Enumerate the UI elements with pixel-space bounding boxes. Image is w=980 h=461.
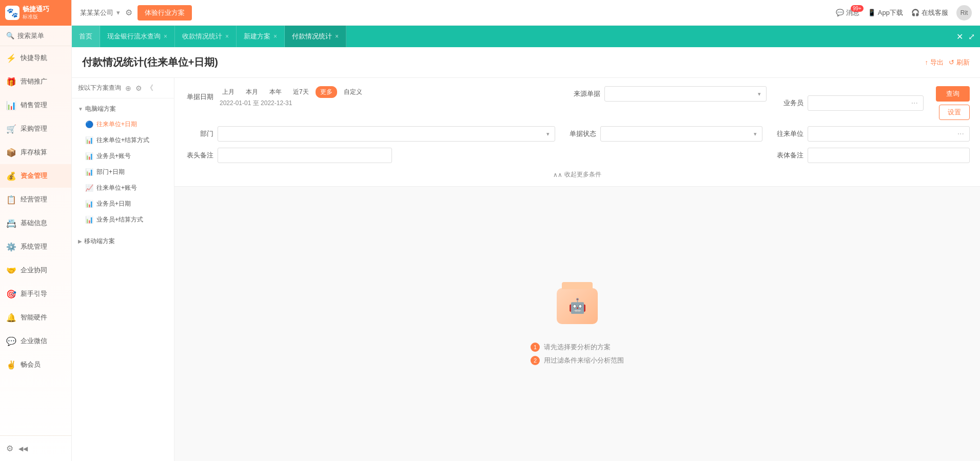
scheme-item-staff-settle[interactable]: 📊 业务员+结算方式	[72, 212, 174, 228]
scheme-collapse-icon[interactable]: 《	[146, 84, 153, 93]
search-label: 搜索菜单	[17, 31, 44, 41]
empty-box: 🤖	[557, 288, 598, 324]
tab-receipt-close-icon[interactable]: ×	[225, 33, 229, 40]
scheme-item-unit-settle[interactable]: 📊 往来单位+结算方式	[72, 132, 174, 148]
sidebar-item-label: 营销推广	[21, 77, 47, 86]
sidebar-item-label: 企业微信	[21, 336, 47, 346]
scheme-item-staff-account[interactable]: 📊 业务员+账号	[72, 148, 174, 164]
scheme-item-unit-date[interactable]: 🔵 往来单位+日期	[72, 116, 174, 132]
tabs-bar: 首页 现金银行流水查询 × 收款情况统计 × 新建方案 × 付款情况统计 × ✕…	[72, 26, 980, 47]
sidebar-item-marketing[interactable]: 🎁 营销推广	[0, 70, 71, 93]
tab-bank-close-icon[interactable]: ×	[164, 33, 167, 40]
sidebar-item-label: 资金管理	[21, 171, 47, 181]
sidebar-item-funds[interactable]: 💰 资金管理	[0, 164, 71, 188]
scheme-settings-icon[interactable]: ⚙	[135, 84, 142, 92]
scheme-item-label: 业务员+日期	[96, 199, 131, 208]
date-btn-this-month[interactable]: 本月	[241, 86, 263, 98]
scheme-item-unit-account[interactable]: 📈 往来单位+账号	[72, 180, 174, 196]
tab-receipt-label: 收款情况统计	[182, 32, 222, 41]
sidebar-item-hardware[interactable]: 🔔 智能硬件	[0, 306, 71, 329]
export-button[interactable]: ↑ 导出	[925, 58, 944, 67]
sidebar-item-wechat[interactable]: 💬 企业微信	[0, 329, 71, 353]
online-service-item[interactable]: 🎧 在线客服	[911, 8, 948, 17]
content-area: 按以下方案查询 ⊕ ⚙ 《 ▼ 电脑端方案 🔵 往来单位+日期 📊 往来单位+结…	[72, 78, 980, 461]
tab-new-close-icon[interactable]: ×	[273, 33, 277, 40]
expand-arrow-icon: ▶	[78, 238, 82, 244]
unit-dots-icon: ···	[957, 129, 964, 138]
sidebar-collapse-icon[interactable]: ◀◀	[18, 445, 28, 452]
tab-payment-close-icon[interactable]: ×	[335, 33, 339, 40]
staff-dots-icon: ···	[911, 98, 918, 108]
sidebar-logo: 🐾 畅捷通巧 标准版	[0, 0, 71, 26]
sidebar-item-operation[interactable]: 📋 经营管理	[0, 188, 71, 211]
status-select-arrow-icon: ▾	[754, 131, 757, 137]
scheme-group-desktop-title[interactable]: ▼ 电脑端方案	[72, 102, 174, 116]
tabs-right-actions: ✕ ⤢	[951, 26, 980, 47]
scheme-item-label: 往来单位+日期	[96, 120, 137, 129]
sidebar-item-sales[interactable]: 📊 销售管理	[0, 93, 71, 117]
tab-bank-label: 现金银行流水查询	[107, 32, 161, 41]
sidebar-item-label: 新手引导	[21, 289, 47, 298]
tab-payment[interactable]: 付款情况统计 ×	[285, 26, 346, 47]
sidebar-item-basic[interactable]: 📇 基础信息	[0, 211, 71, 235]
user-avatar[interactable]: Rit	[956, 5, 972, 21]
scheme-icon: 📊	[85, 216, 93, 224]
add-scheme-icon[interactable]: ⊕	[125, 84, 131, 92]
settings-button[interactable]: 设置	[939, 105, 970, 120]
date-btn-this-year[interactable]: 本年	[265, 86, 286, 98]
sidebar-item-enterprise[interactable]: 🤝 企业协同	[0, 258, 71, 282]
tab-bank[interactable]: 现金银行流水查询 ×	[100, 26, 175, 47]
header-note-input[interactable]	[218, 148, 392, 163]
sidebar-item-inventory[interactable]: 📦 库存核算	[0, 141, 71, 164]
sidebar-search[interactable]: 🔍 搜索菜单	[0, 26, 71, 46]
date-btn-last-month[interactable]: 上月	[218, 86, 239, 98]
tab-close-all-icon[interactable]: ✕	[956, 32, 963, 42]
marketing-icon: 🎁	[6, 76, 16, 87]
dept-select[interactable]: ▾	[218, 126, 555, 142]
topbar-settings-icon[interactable]: ⚙	[125, 8, 132, 17]
download-icon: 📱	[868, 9, 876, 16]
refresh-button[interactable]: ↺ 刷新	[949, 58, 970, 67]
sidebar-item-guide[interactable]: 🎯 新手引导	[0, 282, 71, 306]
tab-receipt[interactable]: 收款情况统计 ×	[175, 26, 237, 47]
status-select[interactable]: ▾	[600, 126, 762, 142]
trial-button[interactable]: 体验行业方案	[138, 5, 192, 21]
tab-expand-icon[interactable]: ⤢	[968, 32, 975, 42]
scheme-item-label: 业务员+账号	[96, 152, 131, 161]
tab-home[interactable]: 首页	[72, 26, 100, 47]
unit-input[interactable]: ···	[808, 126, 970, 142]
hint-num-1: 1	[531, 343, 540, 352]
data-area: 🤖 1 请先选择要分析的方案 2 用过滤条件来缩小分析范围	[174, 187, 980, 461]
body-note-input[interactable]	[808, 148, 970, 163]
dept-select-arrow-icon: ▾	[546, 131, 550, 137]
message-icon: 💬	[836, 9, 844, 16]
sidebar-item-purchase[interactable]: 🛒 采购管理	[0, 117, 71, 141]
date-btn-7days[interactable]: 近7天	[288, 86, 313, 98]
sidebar-item-system[interactable]: ⚙️ 系统管理	[0, 235, 71, 258]
staff-filter-label: 业务员	[775, 98, 803, 108]
collapse-button[interactable]: ∧∧ 收起更多条件	[553, 168, 601, 181]
staff-input[interactable]: ···	[808, 95, 924, 111]
app-download-item[interactable]: 📱 App下载	[868, 8, 903, 17]
date-btn-custom[interactable]: 自定义	[339, 86, 367, 98]
scheme-item-staff-date[interactable]: 📊 业务员+日期	[72, 196, 174, 212]
body-note-label: 表体备注	[775, 151, 803, 160]
scheme-group-desktop: ▼ 电脑端方案 🔵 往来单位+日期 📊 往来单位+结算方式 📊 业务员+账号 📊	[72, 98, 174, 231]
scheme-group-mobile-title[interactable]: ▶ 移动端方案	[72, 234, 174, 249]
tab-new[interactable]: 新建方案 ×	[237, 26, 285, 47]
wechat-icon: 💬	[6, 336, 16, 346]
query-button[interactable]: 查询	[936, 86, 970, 102]
status-filter-label: 单据状态	[567, 129, 596, 138]
inventory-icon: 📦	[6, 147, 16, 157]
sidebar-settings-icon[interactable]: ⚙	[6, 444, 13, 453]
sidebar-item-quick[interactable]: ⚡ 快捷导航	[0, 46, 71, 70]
sidebar-item-label: 采购管理	[21, 124, 47, 133]
scheme-group-label: 移动端方案	[84, 237, 115, 246]
source-select[interactable]: ▾	[604, 86, 767, 102]
sidebar-item-vip[interactable]: ✌ 畅会员	[0, 353, 71, 376]
dropdown-icon[interactable]: ▾	[116, 9, 120, 16]
scheme-item-dept-date[interactable]: 📊 部门+日期	[72, 164, 174, 180]
date-btn-more[interactable]: 更多	[316, 86, 337, 98]
purchase-icon: 🛒	[6, 124, 16, 134]
messages-item[interactable]: 💬 消息 99+	[836, 8, 859, 17]
